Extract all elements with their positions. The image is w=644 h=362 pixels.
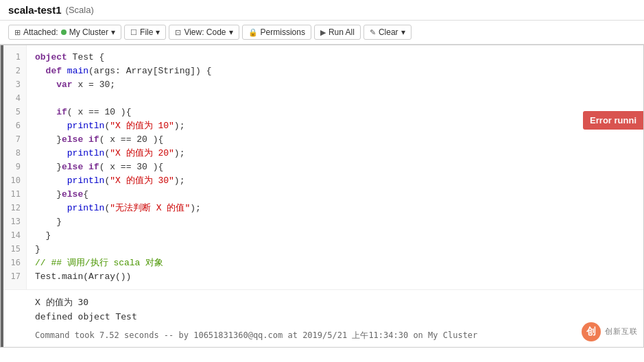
code-editor[interactable]: object Test { def main(args: Array[Strin… [27, 45, 643, 289]
attached-icon: ⊞ [14, 28, 21, 37]
permissions-label: Permissions [261, 27, 305, 37]
line-number: 13 [1, 215, 26, 229]
page-container: scala-test1 (Scala) ⊞ Attached: My Clust… [0, 0, 644, 362]
notebook-name: scala-test1 [8, 4, 62, 16]
toolbar: ⊞ Attached: My Cluster ▾ ☐ File ▾ ⊡ View… [0, 21, 644, 45]
code-line: }else if( x == 30 ){ [35, 160, 635, 174]
view-label: View: Code [184, 27, 226, 37]
watermark: 创 创新互联 [582, 322, 638, 341]
run-icon: ▶ [320, 28, 326, 37]
line-number: 5 [1, 106, 26, 119]
code-cell: 1234567891011121314151617 object Test { … [1, 45, 643, 290]
line-number: 2 [1, 64, 26, 78]
code-line: } [35, 243, 635, 256]
code-line: // ## 调用/执行 scala 对象 [35, 256, 635, 270]
watermark-icon: 创 [582, 322, 601, 341]
watermark-text: 创新互联 [605, 326, 638, 337]
output-line: X 的值为 30 [35, 295, 635, 310]
output-area: X 的值为 30defined object Test [1, 290, 643, 327]
chevron-down-icon: ▾ [111, 27, 115, 37]
clear-chevron-icon: ▾ [401, 27, 405, 37]
code-line: println("X 的值为 30"); [35, 174, 635, 188]
view-icon: ⊡ [175, 28, 181, 37]
notebook-wrapper: 1234567891011121314151617 object Test { … [0, 45, 644, 348]
code-line: if( x == 10 ){ [35, 106, 635, 119]
line-number: 7 [1, 133, 26, 147]
permissions-button[interactable]: 🔒 Permissions [242, 25, 311, 40]
attached-label: Attached: [23, 27, 58, 37]
line-number: 10 [1, 174, 26, 188]
clear-label: Clear [379, 27, 398, 37]
code-line: } [35, 215, 635, 229]
run-all-button[interactable]: ▶ Run All [314, 25, 361, 40]
line-number: 14 [1, 229, 26, 243]
code-line: println("无法判断 X 的值"); [35, 202, 635, 215]
attached-button[interactable]: ⊞ Attached: My Cluster ▾ [8, 25, 121, 40]
file-label: File [140, 27, 153, 37]
code-line: }else{ [35, 188, 635, 202]
code-line: }else if( x == 20 ){ [35, 133, 635, 147]
code-line: } [35, 229, 635, 243]
notebook-lang: (Scala) [66, 5, 94, 15]
file-button[interactable]: ☐ File ▾ [124, 25, 166, 40]
line-numbers: 1234567891011121314151617 [1, 45, 27, 289]
file-icon: ☐ [130, 28, 137, 37]
line-number: 3 [1, 78, 26, 92]
line-number: 12 [1, 202, 26, 215]
line-number: 1 [1, 51, 26, 64]
clear-button[interactable]: ✎ Clear ▾ [363, 25, 412, 40]
line-number: 4 [1, 92, 26, 106]
cluster-name: My Cluster [69, 27, 108, 37]
command-info: Command took 7.52 seconds -- by 10651831… [1, 327, 643, 347]
code-line: println("X 的值为 20"); [35, 147, 635, 160]
code-line: println("X 的值为 10"); [35, 119, 635, 133]
code-line: Test.main(Array()) [35, 270, 635, 284]
view-button[interactable]: ⊡ View: Code ▾ [169, 25, 239, 40]
output-line: defined object Test [35, 310, 635, 324]
line-number: 9 [1, 160, 26, 174]
run-all-label: Run All [329, 27, 355, 37]
line-number: 15 [1, 243, 26, 256]
view-chevron-icon: ▾ [229, 27, 233, 37]
line-number: 17 [1, 270, 26, 284]
code-line [35, 92, 635, 106]
file-chevron-icon: ▾ [156, 27, 160, 37]
line-number: 11 [1, 188, 26, 202]
lock-icon: 🔒 [248, 28, 258, 37]
code-line: def main(args: Array[String]) { [35, 64, 635, 78]
code-line: object Test { [35, 51, 635, 64]
line-number: 8 [1, 147, 26, 160]
clear-icon: ✎ [370, 28, 376, 37]
line-number: 6 [1, 119, 26, 133]
left-indicator [1, 45, 3, 347]
cluster-status-dot [61, 29, 67, 35]
code-line: var x = 30; [35, 78, 635, 92]
error-banner: Error runni [583, 111, 643, 130]
line-number: 16 [1, 256, 26, 270]
title-bar: scala-test1 (Scala) [0, 0, 644, 21]
